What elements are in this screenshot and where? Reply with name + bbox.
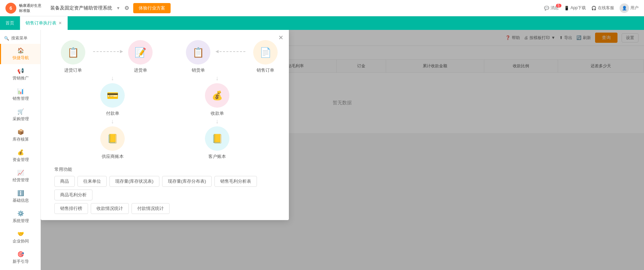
- sidebar-item-label: 采购管理: [13, 116, 29, 122]
- purchase-bill-circle: 📝: [128, 40, 153, 65]
- sales-order-label: 销售订单: [257, 67, 274, 73]
- purchase-order-label: 进货订单: [64, 67, 82, 73]
- message-badge: 5: [556, 4, 561, 7]
- sidebar-item-label: 营销推广: [13, 75, 29, 81]
- inventory-icon: 📦: [17, 129, 24, 135]
- func-btn-product-gross[interactable]: 商品毛利分析: [54, 190, 92, 200]
- payment-label: 付款单: [106, 110, 119, 116]
- arrow-down-purchase: ↓: [111, 75, 114, 82]
- func-btn-product[interactable]: 商品: [54, 176, 75, 187]
- sales-bill-label: 销货单: [192, 67, 205, 73]
- sales-icon: 📊: [17, 88, 24, 94]
- dropdown-arrow[interactable]: ▼: [116, 6, 120, 11]
- customer-ledger-label: 客户账本: [208, 154, 226, 160]
- arrow-purchase-order-to-bill: [93, 51, 120, 52]
- sidebar-item-sales[interactable]: 📊 销售管理: [0, 85, 40, 105]
- info-icon: ℹ️: [17, 190, 24, 196]
- sidebar-item-guide[interactable]: 🎯 新手引导: [0, 248, 40, 268]
- common-funcs: 常用功能 商品 往来单位 现存量(库存状况表) 现存量(库存分布表) 销售毛利分…: [41, 166, 289, 220]
- func-btn-partners[interactable]: 往来单位: [77, 176, 107, 187]
- func-btn-sales-rank[interactable]: 销售排行榜: [54, 203, 88, 214]
- trial-btn[interactable]: 体验行业方案: [133, 3, 171, 13]
- user-avatar: 👤: [620, 3, 629, 13]
- arrow-down-sales: ↓: [216, 75, 219, 82]
- receipt-node: 💰 收款单: [198, 83, 236, 116]
- flow-area: 📋 进货订单 📝 进货单: [41, 30, 289, 166]
- purchase-bill-node: 📝 进货单: [122, 40, 159, 73]
- content-area: ❓ 帮助 🖨 按模板打印 ▼ ⬆ 导出 🔄 刷新 查询 设置 📅: [41, 30, 644, 270]
- sidebar-item-label: 基础信息: [13, 198, 29, 203]
- sidebar-item-label: 快捷导航: [13, 55, 29, 61]
- sidebar-item-collab[interactable]: 🤝 企业协同: [0, 227, 40, 248]
- popup-panel: ✕ 📋 进货订单: [41, 30, 289, 220]
- main-layout: 🔍 搜索菜单 🏠 快捷导航 📢 营销推广 📊 销售管理 🛒 采购管理 📦 库存核…: [0, 30, 644, 270]
- online-service-btn[interactable]: 🎧 在线客服: [591, 5, 614, 11]
- receipt-label: 收款单: [211, 110, 224, 116]
- finance-icon: 💰: [17, 149, 24, 156]
- receipt-circle: 💰: [205, 83, 229, 108]
- logo-icon: 6: [5, 3, 16, 14]
- app-download-icon: 📱: [564, 6, 569, 11]
- func-btns-row1: 商品 往来单位 现存量(库存状况表) 现存量(库存分布表) 销售毛利分析表 商品…: [54, 176, 275, 200]
- user-btn[interactable]: 👤 用户: [620, 3, 639, 13]
- app-download-btn[interactable]: 📱 App下载: [564, 5, 586, 11]
- common-funcs-title: 常用功能: [54, 166, 275, 173]
- message-btn[interactable]: 💬 消息 5: [544, 5, 559, 11]
- func-btn-stock-dist[interactable]: 现存量(库存分布表): [162, 176, 212, 187]
- sidebar-search[interactable]: 🔍 搜索菜单: [0, 33, 40, 44]
- collab-icon: 🤝: [17, 231, 24, 237]
- sidebar-item-label: 销售管理: [13, 96, 29, 102]
- supplier-ledger-label: 供应商账本: [102, 154, 124, 160]
- home-tab-label: 首页: [5, 20, 14, 26]
- sidebar-item-quick-nav[interactable]: 🏠 快捷导航: [0, 44, 40, 64]
- sidebar-item-label: 经营管理: [13, 177, 29, 183]
- sidebar-item-label: 库存核算: [13, 137, 29, 142]
- supplier-ledger-node: 📒 供应商账本: [94, 126, 131, 160]
- sales-bill-node: 📋 销货单: [179, 40, 217, 73]
- marketing-icon: 📢: [17, 68, 24, 74]
- tab-close-btn[interactable]: ✕: [58, 21, 62, 25]
- sidebar-item-label: 系统管理: [13, 218, 29, 224]
- sidebar-item-label: 企业协同: [13, 238, 29, 244]
- logo-text: 畅康通好生意 标准版: [19, 3, 41, 13]
- sidebar-item-system[interactable]: ⚙️ 系统管理: [0, 207, 40, 227]
- popup-close-btn[interactable]: ✕: [278, 34, 283, 41]
- gear-icon[interactable]: ⚙: [124, 5, 129, 11]
- sidebar-item-inventory[interactable]: 📦 库存核算: [0, 125, 40, 146]
- func-btn-stock-status[interactable]: 现存量(库存状况表): [109, 176, 159, 187]
- arrow-sales-order-to-bill: [218, 51, 245, 52]
- sidebar-item-finance[interactable]: 💰 资金管理: [0, 146, 40, 166]
- logo-area: 6 畅康通好生意 标准版: [5, 3, 46, 14]
- arrow-down-receipt: ↓: [216, 118, 219, 125]
- tab-home[interactable]: 首页: [0, 16, 20, 30]
- tab-bar: 首页 销售订单执行表 ✕: [0, 16, 644, 30]
- sales-order-tab-label: 销售订单执行表: [25, 20, 56, 26]
- sidebar-item-label: 新手引导: [13, 259, 29, 265]
- sidebar-item-marketing[interactable]: 📢 营销推广: [0, 64, 40, 85]
- search-icon: 🔍: [4, 36, 9, 41]
- home-icon: 🏠: [17, 47, 24, 54]
- func-btn-receipt-stats[interactable]: 收款情况统计: [91, 203, 129, 214]
- sales-bill-circle: 📋: [186, 40, 210, 65]
- sidebar-search-label: 搜索菜单: [11, 35, 28, 41]
- payment-circle: 💳: [100, 83, 125, 108]
- func-btn-payment-stats[interactable]: 付款情况统计: [132, 203, 170, 214]
- purchase-bill-label: 进货单: [134, 67, 147, 73]
- overlay: ✕ 📋 进货订单: [41, 30, 644, 270]
- func-btn-sales-gross[interactable]: 销售毛利分析表: [214, 176, 257, 187]
- sidebar-item-operations[interactable]: 📈 经营管理: [0, 166, 40, 186]
- purchase-order-node: 📋 进货订单: [54, 40, 92, 73]
- arrow-down-payment: ↓: [111, 118, 114, 125]
- operations-icon: 📈: [17, 169, 24, 176]
- sales-order-node: 📄 销售订单: [247, 40, 284, 73]
- supplier-ledger-circle: 📒: [100, 126, 125, 151]
- sidebar-item-basic-info[interactable]: ℹ️ 基础信息: [0, 186, 40, 207]
- sidebar-item-purchase[interactable]: 🛒 采购管理: [0, 105, 40, 125]
- sidebar: 🔍 搜索菜单 🏠 快捷导航 📢 营销推广 📊 销售管理 🛒 采购管理 📦 库存核…: [0, 30, 41, 270]
- purchase-icon: 🛒: [17, 108, 24, 115]
- customer-ledger-node: 📒 客户账本: [198, 126, 236, 160]
- tab-sales-order[interactable]: 销售订单执行表 ✕: [20, 16, 68, 30]
- guide-icon: 🎯: [17, 251, 24, 257]
- func-btns-row2: 销售排行榜 收款情况统计 付款情况统计: [54, 203, 275, 214]
- sales-order-circle: 📄: [253, 40, 278, 65]
